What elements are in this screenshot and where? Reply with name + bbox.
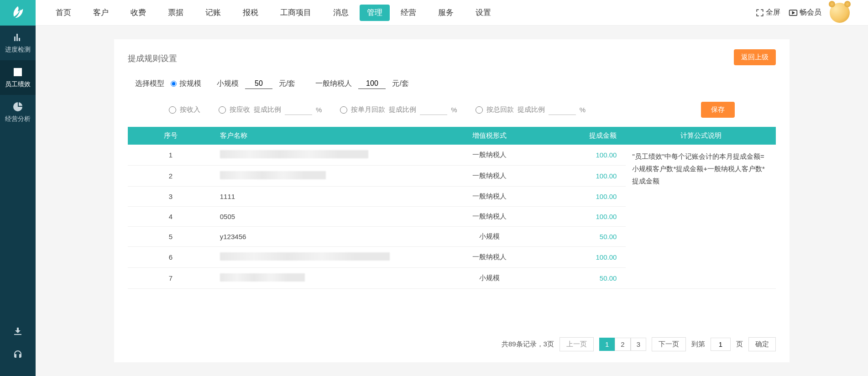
- settings-card: 提成规则设置 返回上级 选择模型 按规模 小规模 元/套 一般纳税人 元/套 按…: [114, 39, 790, 362]
- sidebar-item-analysis[interactable]: 经营分析: [0, 95, 36, 130]
- ratio-row: 按收入 按应收 提成比例 % 按单月回款 提成比例 %: [128, 94, 776, 125]
- cell-amount: 100.00: [540, 247, 626, 268]
- radio-by-monthly-payment-label: 按单月回款: [351, 105, 385, 114]
- cell-seq: 3: [128, 187, 214, 207]
- sidebar-label-2: 经营分析: [5, 115, 31, 123]
- nav-tab-设置[interactable]: 设置: [465, 0, 502, 26]
- sidebar-support[interactable]: [0, 343, 36, 367]
- radio-by-scale[interactable]: [171, 81, 177, 87]
- ratio-label-2: 提成比例: [254, 105, 281, 114]
- download-icon: [12, 326, 23, 337]
- cell-seq: 6: [128, 247, 214, 268]
- model-label: 选择模型: [135, 79, 164, 89]
- cell-customer: [214, 145, 439, 166]
- nav-tab-票据[interactable]: 票据: [157, 0, 194, 26]
- sidebar-download[interactable]: [0, 319, 36, 343]
- cell-tax-type: 小规模: [439, 227, 540, 247]
- nav-tab-工商项目[interactable]: 工商项目: [269, 0, 322, 26]
- th-tax-type: 增值税形式: [439, 127, 540, 145]
- pager-summary: 共89条记录，3页: [502, 340, 554, 349]
- cell-tax-type: 一般纳税人: [439, 187, 540, 207]
- back-button[interactable]: 返回上级: [734, 49, 776, 65]
- cell-customer: y123456: [214, 227, 439, 247]
- radio-by-receivable[interactable]: [219, 106, 226, 114]
- nav-tab-管理[interactable]: 管理: [360, 5, 390, 21]
- model-option-scale[interactable]: 按规模: [171, 79, 201, 89]
- cell-amount: 50.00: [540, 227, 626, 247]
- card-title: 提成规则设置: [128, 53, 776, 64]
- sidebar-label-0: 进度检测: [5, 46, 31, 54]
- cell-amount: 100.00: [540, 145, 626, 166]
- pct-4: %: [580, 106, 586, 114]
- pager-next[interactable]: 下一页: [652, 337, 686, 351]
- th-amount: 提成金额: [540, 127, 626, 145]
- cell-tax-type: 小规模: [439, 268, 540, 289]
- cell-amount: 100.00: [540, 187, 626, 207]
- nav-tab-收费[interactable]: 收费: [120, 0, 157, 26]
- pct-2: %: [316, 106, 322, 114]
- main-content: 提成规则设置 返回上级 选择模型 按规模 小规模 元/套 一般纳税人 元/套 按…: [36, 0, 868, 376]
- nav-tab-客户[interactable]: 客户: [82, 0, 120, 26]
- cell-customer: 0505: [214, 207, 439, 227]
- goto-suffix: 页: [736, 340, 743, 349]
- radio-by-revenue-label: 按收入: [180, 105, 200, 114]
- ratio-input-3[interactable]: [420, 105, 447, 115]
- general-taxpayer-input[interactable]: [358, 78, 386, 89]
- model-selection-row: 选择模型 按规模 小规模 元/套 一般纳税人 元/套: [128, 73, 776, 94]
- app-logo[interactable]: [0, 0, 36, 26]
- cell-amount: 100.00: [540, 207, 626, 227]
- member-button[interactable]: 畅会员: [789, 8, 821, 17]
- sidebar: 进度检测 员工绩效 经营分析: [0, 0, 36, 376]
- radio-by-revenue[interactable]: [169, 106, 176, 114]
- cell-tax-type: 一般纳税人: [439, 247, 540, 268]
- cell-seq: 5: [128, 227, 214, 247]
- ratio-label-4: 提成比例: [518, 105, 545, 114]
- nav-tab-服务[interactable]: 服务: [427, 0, 465, 26]
- trend-icon: [12, 67, 23, 78]
- nav-tab-消息[interactable]: 消息: [322, 0, 360, 26]
- mascot-avatar[interactable]: [830, 3, 850, 23]
- nav-tab-报税[interactable]: 报税: [232, 0, 269, 26]
- ratio-input-4[interactable]: [549, 105, 576, 115]
- play-icon: [789, 8, 798, 17]
- sidebar-item-performance[interactable]: 员工绩效: [0, 60, 36, 95]
- headset-icon: [12, 350, 23, 360]
- radio-by-total-payment-label: 按总回款: [486, 105, 514, 114]
- small-scale-input[interactable]: [245, 78, 272, 89]
- unit-2: 元/套: [392, 79, 408, 89]
- goto-prefix: 到第: [691, 340, 705, 349]
- member-label: 畅会员: [800, 8, 821, 17]
- nav-tab-记账[interactable]: 记账: [194, 0, 232, 26]
- nav-tab-首页[interactable]: 首页: [45, 0, 82, 26]
- pager-page-1[interactable]: 1: [599, 338, 615, 351]
- leaf-icon: [10, 5, 26, 21]
- pager-page-3[interactable]: 3: [631, 338, 646, 351]
- pager-confirm[interactable]: 确定: [748, 337, 776, 351]
- fullscreen-button[interactable]: 全屏: [756, 8, 780, 17]
- radio-by-total-payment[interactable]: [476, 106, 483, 114]
- cell-amount: 50.00: [540, 268, 626, 289]
- ratio-input-2[interactable]: [285, 105, 312, 115]
- unit-1: 元/套: [279, 79, 295, 89]
- cell-customer: [214, 166, 439, 187]
- sidebar-item-progress[interactable]: 进度检测: [0, 26, 36, 60]
- goto-input[interactable]: [711, 338, 731, 351]
- th-seq: 序号: [128, 127, 214, 145]
- cell-customer: 1111: [214, 187, 439, 207]
- cell-customer: [214, 247, 439, 268]
- save-button[interactable]: 保存: [701, 102, 735, 118]
- ratio-label-3: 提成比例: [389, 105, 416, 114]
- cell-seq: 4: [128, 207, 214, 227]
- sidebar-label-1: 员工绩效: [5, 80, 31, 89]
- cell-seq: 1: [128, 145, 214, 166]
- pager-prev[interactable]: 上一页: [559, 337, 594, 351]
- fullscreen-icon: [756, 9, 764, 17]
- pager-page-2[interactable]: 2: [615, 338, 630, 351]
- fullscreen-label: 全屏: [766, 8, 780, 17]
- commission-table: 序号 客户名称 增值税形式 提成金额 计算公式说明 1一般纳税人100.00"员…: [128, 127, 776, 289]
- radio-by-monthly-payment[interactable]: [340, 106, 347, 114]
- cell-seq: 7: [128, 268, 214, 289]
- nav-tab-经营[interactable]: 经营: [390, 0, 427, 26]
- small-scale-label: 小规模: [217, 79, 239, 89]
- cell-seq: 2: [128, 166, 214, 187]
